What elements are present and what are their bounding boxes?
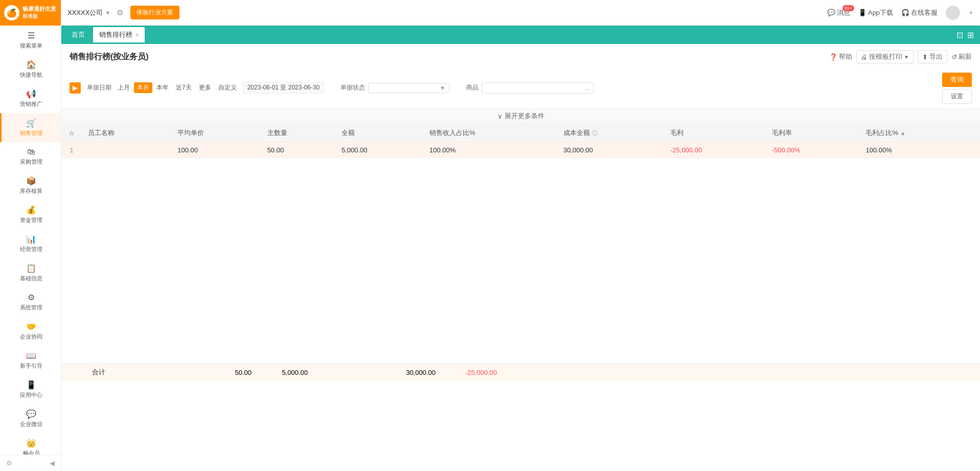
cell-cost: 30,000.00 xyxy=(557,142,664,159)
topbar-gear-icon[interactable]: ⚙ xyxy=(117,8,123,17)
query-button[interactable]: 查询 xyxy=(942,73,972,87)
sidebar-item-app-center-label: 应用中心 xyxy=(20,391,42,399)
system-icon: ⚙ xyxy=(28,293,35,302)
help-icon: ❓ xyxy=(829,53,837,61)
experience-button[interactable]: 体验行业方案 xyxy=(130,6,179,19)
date-current-month[interactable]: 本月 xyxy=(134,82,152,93)
col-avg-price: 平均单价 xyxy=(171,124,261,142)
export-icon: ⬆ xyxy=(922,53,928,61)
tab-home[interactable]: 首页 xyxy=(63,27,93,42)
expand-bar: ∨ 展开更多条件 xyxy=(61,108,980,124)
sidebar-item-quick-nav[interactable]: 🏠 快捷导航 xyxy=(0,55,61,84)
template-print-button[interactable]: 🖨 按模板打印 ▼ xyxy=(856,50,914,63)
app-download-button[interactable]: 📱 App下载 xyxy=(858,8,893,17)
sidebar-item-member[interactable]: 👑 畅会员 xyxy=(0,433,61,455)
page-actions: ❓ 帮助 🖨 按模板打印 ▼ ⬆ 导出 ↺ 刷新 xyxy=(829,50,972,63)
company-selector[interactable]: XXXXX公司 ▼ xyxy=(67,8,110,17)
status-select-arrow-icon: ▼ xyxy=(440,85,445,91)
help-button[interactable]: ❓ 帮助 xyxy=(829,52,852,61)
expand-icon: ∨ xyxy=(497,113,503,120)
date-current-year[interactable]: 本年 xyxy=(153,82,172,93)
page-header: 销售排行榜(按业务员) ❓ 帮助 🖨 按模板打印 ▼ ⬆ 导出 xyxy=(61,44,980,68)
export-button[interactable]: ⬆ 导出 xyxy=(918,50,947,63)
sidebar-item-newbie[interactable]: 📖 新手引导 xyxy=(0,346,61,375)
date-last-month[interactable]: 上月 xyxy=(115,82,133,93)
expand-button[interactable]: ∨ 展开更多条件 xyxy=(497,111,544,121)
status-filter-group: 单据状态 ▼ xyxy=(340,83,450,93)
sidebar-item-system[interactable]: ⚙ 系统管理 xyxy=(0,287,61,317)
sidebar-item-marketing[interactable]: 📢 营销推广 xyxy=(0,84,61,113)
date-more[interactable]: 更多 xyxy=(196,82,214,93)
message-button[interactable]: 💬 消息 99+ xyxy=(827,8,850,17)
cell-sales-ratio: 100.00% xyxy=(423,142,557,159)
sidebar-item-search[interactable]: ☰ 搜索菜单 xyxy=(0,26,61,55)
tab-close-icon[interactable]: × xyxy=(135,32,139,38)
settings-button[interactable]: 设置 xyxy=(942,89,972,104)
logo-text: 畅康通好生意 xyxy=(22,6,56,12)
page-title: 销售排行榜(按业务员) xyxy=(70,52,149,62)
tab-sales-ranking[interactable]: 销售排行榜 × xyxy=(93,27,145,42)
table-row: 1 100.00 50.00 5,000.00 100.00% 30,000.0… xyxy=(61,142,980,159)
user-avatar[interactable] xyxy=(946,6,960,20)
goods-input[interactable]: ... xyxy=(482,82,594,94)
cell-rank: 1 xyxy=(61,142,82,159)
refresh-button[interactable]: ↺ 刷新 xyxy=(951,52,972,61)
template-arrow-icon: ▼ xyxy=(904,54,909,60)
date-range-display[interactable]: 2023-06-01 至 2023-06-30 xyxy=(243,82,324,94)
cell-avg-price: 100.00 xyxy=(171,142,261,159)
empty-space xyxy=(61,159,980,363)
inventory-icon: 📦 xyxy=(26,176,36,186)
sidebar-collapse-icon[interactable]: ◀ xyxy=(50,459,55,467)
status-select[interactable]: ▼ xyxy=(368,83,450,93)
help-label: 帮助 xyxy=(839,52,852,61)
sidebar-item-operations[interactable]: 📊 经营管理 xyxy=(0,229,61,258)
sidebar-item-finance[interactable]: 💰 资金管理 xyxy=(0,200,61,229)
sidebar-item-marketing-label: 营销推广 xyxy=(20,100,42,108)
sidebar-logo: 🍊 畅康通好生意 标准版 xyxy=(0,0,61,26)
col-total: 全额 xyxy=(335,124,423,142)
cell-profit-ratio: 100.00% xyxy=(859,142,980,159)
message-badge: 99+ xyxy=(842,5,854,11)
filter-toggle-icon: ▶ xyxy=(73,84,78,92)
online-service-button[interactable]: 🎧 在线客服 xyxy=(901,8,938,17)
logo-icon: 🍊 xyxy=(4,5,19,20)
tab-minimize-icon[interactable]: ⊡ xyxy=(956,30,963,40)
filter-toggle-button[interactable]: ▶ xyxy=(70,82,81,94)
date-custom[interactable]: 自定义 xyxy=(215,82,240,93)
sidebar-item-enterprise-wechat-label: 企业微信 xyxy=(20,420,42,428)
sidebar-item-enterprise-coop[interactable]: 🤝 企业协同 xyxy=(0,317,61,346)
tab-maximize-icon[interactable]: ⊞ xyxy=(967,30,974,40)
logo-sub: 标准版 xyxy=(22,13,56,20)
sidebar-item-newbie-label: 新手引导 xyxy=(20,362,42,370)
sidebar-item-sales[interactable]: 🛒 销售管理 xyxy=(0,113,61,142)
sales-icon: 🛒 xyxy=(26,118,36,128)
footer-cost: 30,000.00 xyxy=(384,369,436,376)
main-area: XXXXX公司 ▼ ⚙ 体验行业方案 💬 消息 99+ 📱 App下载 🎧 在线… xyxy=(61,0,980,471)
export-label: 导出 xyxy=(929,52,943,61)
footer-total: 5,000.00 xyxy=(267,369,308,376)
sidebar-item-enterprise-wechat[interactable]: 💬 企业微信 xyxy=(0,404,61,433)
table-header: ☆ 员工名称 平均单价 主数量 全额 销售收入占比% 成本全额 ⓘ 毛利 毛利率… xyxy=(61,124,980,142)
newbie-icon: 📖 xyxy=(26,351,36,361)
sidebar-item-sales-label: 销售管理 xyxy=(20,129,42,137)
col-profit: 毛利 xyxy=(664,124,766,142)
sidebar-settings-icon[interactable]: ⚙ xyxy=(6,459,12,467)
col-main-qty: 主数量 xyxy=(261,124,335,142)
user-name[interactable]: ▼ xyxy=(968,10,974,16)
search-menu-icon: ☰ xyxy=(28,31,35,40)
col-sales-ratio: 销售收入占比% xyxy=(423,124,557,142)
date-filter-label: 单据日期 xyxy=(87,83,111,92)
app-center-icon: 📱 xyxy=(26,380,36,390)
sidebar-item-inventory[interactable]: 📦 库存核算 xyxy=(0,171,61,200)
home-icon: 🏠 xyxy=(26,60,36,70)
sidebar-item-purchase[interactable]: 🛍 采购管理 xyxy=(0,142,61,171)
goods-more-icon[interactable]: ... xyxy=(584,84,589,92)
sidebar-item-basic-info[interactable]: 📋 基础信息 xyxy=(0,258,61,287)
table-body: 1 100.00 50.00 5,000.00 100.00% 30,000.0… xyxy=(61,142,980,159)
goods-filter-label: 商品 xyxy=(466,83,478,92)
sidebar-item-operations-label: 经营管理 xyxy=(20,245,42,253)
date-last7[interactable]: 近7天 xyxy=(173,82,195,93)
sidebar-item-app-center[interactable]: 📱 应用中心 xyxy=(0,375,61,404)
goods-filter-group: 商品 ... xyxy=(466,82,594,94)
sidebar-item-purchase-label: 采购管理 xyxy=(20,158,42,166)
